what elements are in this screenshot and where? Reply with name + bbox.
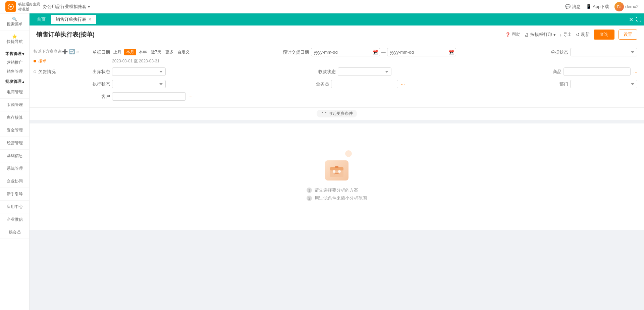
expected-date-range: 📅 — 📅 [311,48,456,56]
sidebar-item-member-label: 畅会员 [9,230,21,235]
date-this-month-btn[interactable]: 本月 [124,49,136,55]
sidebar-item-inventory[interactable]: 库存核算 [0,111,29,124]
help-button[interactable]: ❓ 帮助 [505,32,521,38]
page-title-row: 销售订单执行表(按单) ❓ 帮助 🖨 按模板打印 ▾ ↓ [36,30,637,43]
empty-hints: 1 请先选择要分析的方案 2 用过滤条件来缩小分析范围 [307,187,367,203]
goods-more-icon[interactable]: ··· [633,69,637,74]
svg-rect-3 [335,166,338,168]
sidebar-search-label: 搜索菜单 [1,21,28,27]
sidebar-item-basic-info[interactable]: 基础信息 [0,150,29,162]
scheme-by-order-label: 按单 [38,58,47,64]
customer-input[interactable] [112,92,186,101]
dept-select[interactable] [570,80,637,88]
sidebar-search[interactable]: 🔍 搜索菜单 [0,13,29,31]
refresh-scheme-icon[interactable]: 🔄 [69,49,75,54]
out-status-label: 出库状态 [90,69,110,75]
salesman-label: 业务员 [309,81,329,87]
page-actions: ❓ 帮助 🖨 按模板打印 ▾ ↓ 导出 ↺ [505,30,638,40]
app-download-button[interactable]: 📱 App下载 [586,4,609,10]
sidebar-item-system[interactable]: 系统管理 [0,162,29,175]
sidebar-item-apps[interactable]: 应用中心 [0,201,29,213]
filter-group-salesman: 业务员 ··· [309,80,405,88]
collapse-scheme-icon[interactable]: « [76,49,79,54]
salesman-more-icon[interactable]: ··· [401,82,405,87]
sidebar-item-sales[interactable]: 销售管理 [0,67,29,76]
sidebar-item-inventory-label: 库存核算 [7,115,23,120]
tab-sales-exec-label: 销售订单执行表 [56,16,86,22]
tab-close-icon[interactable]: ✕ [88,17,92,22]
section-divider [30,120,644,123]
sidebar-item-ecommerce-label: 电商管理 [7,90,23,94]
query-button[interactable]: 查询 [594,30,614,40]
print-button[interactable]: 🖨 按模板打印 ▾ [525,32,556,38]
tab-bar: 首页 销售订单执行表 ✕ ✕ ⛶ [30,13,644,25]
sidebar-item-wholesale[interactable]: 批发管理 ▴ [1,79,28,85]
filter-group-goods: 商品 ··· [541,67,637,76]
sidebar-item-finance-label: 资金管理 [7,128,23,133]
out-status-select[interactable] [112,67,166,76]
filter-group-exec-status: 执行状态 [90,80,166,88]
tab-home[interactable]: 首页 [32,15,50,24]
scheme-item-by-order[interactable]: 按单 [30,56,83,66]
message-button[interactable]: 💬 消息 [565,4,581,10]
date-custom-btn[interactable]: 自定义 [176,49,191,55]
empty-hint-1: 1 请先选择要分析的方案 [307,187,367,193]
expected-date-from-input[interactable] [311,48,380,56]
fullscreen-icon[interactable]: ⛶ [636,16,641,22]
sidebar-item-member[interactable]: 畅会员 [0,226,29,239]
sidebar-item-finance[interactable]: 资金管理 [0,124,29,137]
help-label: 帮助 [512,32,521,38]
sidebar-item-guide[interactable]: 新手引导 [0,188,29,201]
refresh-button[interactable]: ↺ 刷新 [576,32,590,38]
scheme-item-shortage[interactable]: 欠货情况 [30,66,83,77]
empty-state: 1 请先选择要分析的方案 2 用过滤条件来缩小分析范围 [30,123,644,230]
collapse-up-icon: ⌃⌃ [321,111,327,116]
sidebar-item-retail[interactable]: 零售管理 ▾ [1,51,28,57]
search-icon: 🔍 [12,17,17,21]
date-7days-btn[interactable]: 近7天 [150,49,163,55]
expand-icon: ▴ [22,80,24,84]
empty-box-deco [325,160,348,180]
date-separator: — [381,50,386,55]
calendar-from-icon: 📅 [372,50,378,55]
sidebar-item-guide-label: 新手引导 [7,192,23,196]
message-icon: 💬 [565,4,571,9]
tab-sales-exec[interactable]: 销售订单执行表 ✕ [51,15,96,24]
goods-input[interactable] [564,67,631,76]
sidebar-item-marketing[interactable]: 营销推广 [0,58,29,67]
hint-text-1: 请先选择要分析的方案 [315,187,358,193]
collapse-label: 收起更多条件 [329,111,353,116]
app-selector[interactable]: 办公用品行业模拟账套 ▾ [43,4,90,10]
user-area[interactable]: Ea demo2 [614,2,639,11]
sidebar-item-ecommerce[interactable]: 电商管理 [0,86,29,99]
close-window-icon[interactable]: ✕ [629,16,633,23]
top-bar: 畅捷通好生意 标准版 办公用品行业模拟账套 ▾ 💬 消息 📱 App下载 Ea … [0,0,644,13]
settings-button[interactable]: 设置 [619,30,637,40]
sidebar-quick-nav[interactable]: ⭐ 快捷导航 [0,31,29,48]
date-more-btn[interactable]: 更多 [164,49,175,55]
sidebar-item-wechat[interactable]: 企业微信 [0,213,29,226]
add-scheme-icon[interactable]: ➕ [62,49,68,54]
filter-panel: 按以下方案查询 ➕ 🔄 « 按单 欠货情况 [30,43,644,107]
collapse-button[interactable]: ⌃⌃ 收起更多条件 [317,110,357,117]
filter-sidebar-title-label: 按以下方案查询 [34,49,62,54]
date-this-year-btn[interactable]: 本年 [138,49,148,55]
empty-illustration [320,150,354,180]
app-selector-label: 办公用品行业模拟账套 [43,4,87,10]
expected-date-to-input[interactable] [387,48,456,56]
sidebar-item-operations[interactable]: 经营管理 [0,137,29,150]
goods-label: 商品 [541,69,561,75]
hint-num-2: 2 [307,196,312,201]
scheme-shortage-label: 欠货情况 [38,69,56,75]
help-icon: ❓ [505,32,511,37]
exec-status-select[interactable] [112,80,166,88]
collection-status-select[interactable] [338,67,391,76]
filter-row-3: 执行状态 业务员 ··· 部门 [90,80,637,88]
doc-status-select[interactable] [570,48,637,56]
date-last-month-btn[interactable]: 上月 [112,49,123,55]
export-button[interactable]: ↓ 导出 [560,32,572,38]
customer-more-icon[interactable]: ··· [189,94,193,99]
salesman-input[interactable] [331,80,398,88]
sidebar-item-purchase[interactable]: 采购管理 [0,99,29,111]
sidebar-item-collab[interactable]: 企业协同 [0,175,29,188]
